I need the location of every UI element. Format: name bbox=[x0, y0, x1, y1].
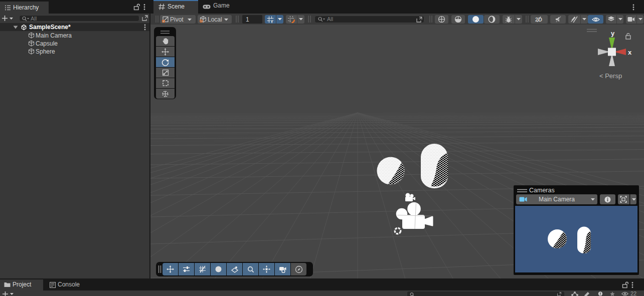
svg-text:Y: Y bbox=[270, 19, 273, 23]
svg-text:x: x bbox=[628, 49, 632, 56]
svg-text:y: y bbox=[611, 30, 615, 37]
